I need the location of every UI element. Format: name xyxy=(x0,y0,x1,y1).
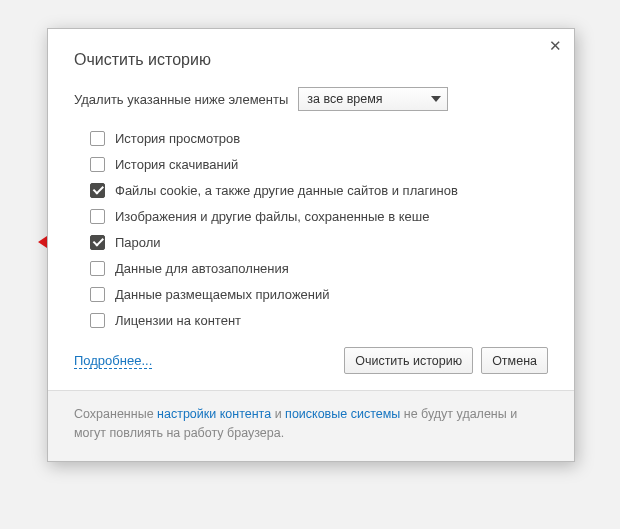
checkbox[interactable] xyxy=(90,261,105,276)
checkbox-row: История скачиваний xyxy=(90,151,548,177)
time-range-dropdown[interactable]: за все время xyxy=(298,87,448,111)
checkbox-row: Пароли xyxy=(90,229,548,255)
chevron-down-icon xyxy=(431,96,441,102)
checkbox[interactable] xyxy=(90,235,105,250)
checkbox[interactable] xyxy=(90,157,105,172)
clear-history-dialog: ✕ Очистить историю Удалить указанные ниж… xyxy=(47,28,575,462)
checkbox-row: Файлы cookie, а также другие данные сайт… xyxy=(90,177,548,203)
checkbox-list: История просмотровИстория скачиванийФайл… xyxy=(90,125,548,333)
checkbox[interactable] xyxy=(90,209,105,224)
footer-text: и xyxy=(271,407,285,421)
checkbox-label[interactable]: Файлы cookie, а также другие данные сайт… xyxy=(115,183,458,198)
checkbox-label[interactable]: Данные размещаемых приложений xyxy=(115,287,330,302)
close-icon: ✕ xyxy=(549,37,562,54)
checkbox-row: Данные размещаемых приложений xyxy=(90,281,548,307)
search-engines-link[interactable]: поисковые системы xyxy=(285,407,400,421)
content-settings-link[interactable]: настройки контента xyxy=(157,407,271,421)
checkbox[interactable] xyxy=(90,287,105,302)
clear-history-button[interactable]: Очистить историю xyxy=(344,347,473,374)
cancel-button[interactable]: Отмена xyxy=(481,347,548,374)
prompt-label: Удалить указанные ниже элементы xyxy=(74,92,288,107)
checkbox-label[interactable]: Данные для автозаполнения xyxy=(115,261,289,276)
checkbox[interactable] xyxy=(90,183,105,198)
checkbox-row: История просмотров xyxy=(90,125,548,151)
checkbox-label[interactable]: История скачиваний xyxy=(115,157,238,172)
checkbox-label[interactable]: Изображения и другие файлы, сохраненные … xyxy=(115,209,429,224)
learn-more-link[interactable]: Подробнее... xyxy=(74,353,152,369)
checkbox-row: Данные для автозаполнения xyxy=(90,255,548,281)
checkbox-row: Лицензии на контент xyxy=(90,307,548,333)
checkbox-label[interactable]: Лицензии на контент xyxy=(115,313,241,328)
footer-text: Сохраненные xyxy=(74,407,157,421)
checkbox[interactable] xyxy=(90,313,105,328)
checkbox-label[interactable]: История просмотров xyxy=(115,131,240,146)
checkbox-label[interactable]: Пароли xyxy=(115,235,161,250)
checkbox-row: Изображения и другие файлы, сохраненные … xyxy=(90,203,548,229)
checkbox[interactable] xyxy=(90,131,105,146)
close-button[interactable]: ✕ xyxy=(546,37,564,55)
dialog-title: Очистить историю xyxy=(74,51,548,69)
dialog-footer-note: Сохраненные настройки контента и поисков… xyxy=(48,390,574,461)
dropdown-value: за все время xyxy=(307,92,382,106)
